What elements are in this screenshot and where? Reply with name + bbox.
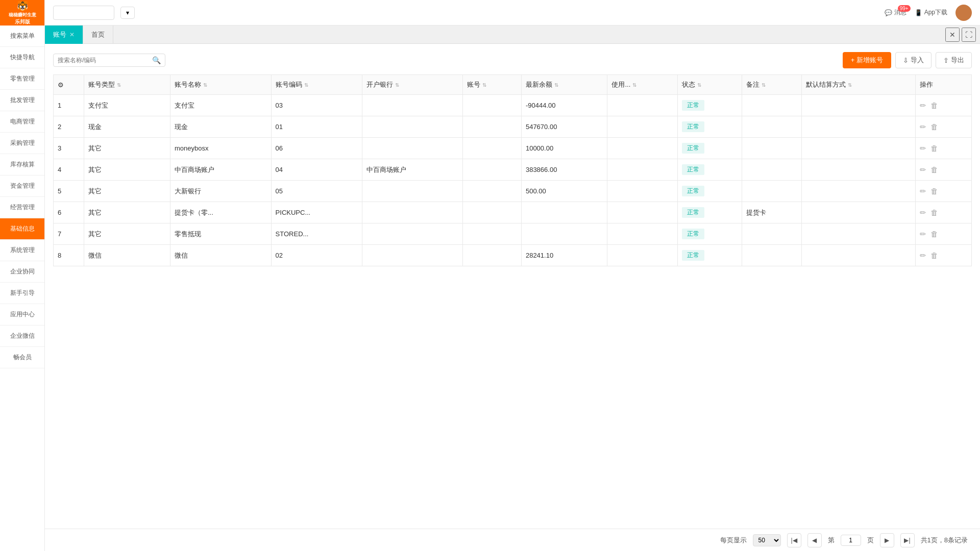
app-download-button[interactable]: 📱 App下载 xyxy=(915,8,947,17)
sidebar-item-quick-nav[interactable]: 快捷导航 xyxy=(0,47,44,68)
first-page-button[interactable]: |◀ xyxy=(787,533,801,547)
row-default-settle xyxy=(801,138,915,159)
sidebar-item-vip-member[interactable]: 畅会员 xyxy=(0,347,44,368)
row-balance: 383866.00 xyxy=(521,159,607,181)
top-search-input[interactable] xyxy=(53,6,114,20)
row-type: 其它 xyxy=(84,159,170,181)
export-button[interactable]: ⇧ 导出 xyxy=(936,52,972,68)
search-box[interactable]: 🔍 xyxy=(53,54,165,67)
table-row: 8微信微信0228241.10正常✏🗑 xyxy=(54,245,972,266)
col-header-account_no[interactable]: 账号⇅ xyxy=(463,75,521,95)
edit-button[interactable]: ✏ xyxy=(920,101,926,110)
col-header-status[interactable]: 状态⇅ xyxy=(677,75,742,95)
tab-home[interactable]: 首页 xyxy=(83,26,113,44)
sidebar-item-retail-mgmt[interactable]: 零售管理 xyxy=(0,68,44,90)
row-usage xyxy=(607,159,677,181)
edit-button[interactable]: ✏ xyxy=(920,251,926,260)
status-badge: 正常 xyxy=(682,207,704,218)
delete-button[interactable]: 🗑 xyxy=(930,101,938,110)
sidebar-item-operations-mgmt[interactable]: 经营管理 xyxy=(0,197,44,218)
sidebar-item-inventory[interactable]: 库存核算 xyxy=(0,154,44,176)
sidebar-item-search-menu[interactable]: 搜索菜单 xyxy=(0,26,44,47)
sidebar-item-purchase-mgmt[interactable]: 采购管理 xyxy=(0,133,44,154)
avatar[interactable] xyxy=(955,5,972,21)
sidebar-item-ecommerce-mgmt[interactable]: 电商管理 xyxy=(0,111,44,133)
per-page-select[interactable]: 50 100 200 xyxy=(753,534,781,546)
row-account xyxy=(463,159,521,181)
app-icon: 📱 xyxy=(915,9,922,16)
row-no: 1 xyxy=(54,95,84,116)
search-icon[interactable]: 🔍 xyxy=(152,56,161,64)
delete-button[interactable]: 🗑 xyxy=(930,144,938,153)
sidebar-nav: 搜索菜单快捷导航零售管理批发管理电商管理采购管理库存核算资金管理经营管理基础信息… xyxy=(0,26,44,551)
col-header-balance[interactable]: 最新余额⇅ xyxy=(521,75,607,95)
total-label: 共1页，8条记录 xyxy=(921,536,968,545)
delete-button[interactable]: 🗑 xyxy=(930,122,938,131)
col-header-usage[interactable]: 使用...⇅ xyxy=(607,75,677,95)
next-page-button[interactable]: ▶ xyxy=(880,533,894,547)
sidebar-item-finance-mgmt[interactable]: 资金管理 xyxy=(0,176,44,197)
delete-button[interactable]: 🗑 xyxy=(930,251,938,260)
edit-button[interactable]: ✏ xyxy=(920,165,926,174)
edit-button[interactable]: ✏ xyxy=(920,230,926,239)
row-bank xyxy=(362,223,463,245)
col-header-note[interactable]: 备注⇅ xyxy=(742,75,802,95)
row-note xyxy=(742,159,802,181)
tab-close-account[interactable]: ✕ xyxy=(69,31,75,38)
import-button[interactable]: ⇩ 导入 xyxy=(895,52,932,68)
row-name: moneybosx xyxy=(170,138,271,159)
edit-button[interactable]: ✏ xyxy=(920,208,926,217)
dropdown-button[interactable]: ▾ xyxy=(120,7,135,19)
sidebar-item-system-mgmt[interactable]: 系统管理 xyxy=(0,240,44,261)
sidebar-item-new-guide[interactable]: 新手引导 xyxy=(0,283,44,304)
action-buttons: ✏🗑 xyxy=(920,208,967,217)
sidebar-logo: 🐯 稳稳赚时生意 乐邦版 xyxy=(0,0,44,26)
action-buttons: ✏🗑 xyxy=(920,251,967,260)
row-action: ✏🗑 xyxy=(915,181,971,202)
col-header-code[interactable]: 账号编码⇅ xyxy=(271,75,362,95)
sidebar-item-enterprise-wechat[interactable]: 企业微信 xyxy=(0,325,44,347)
edit-button[interactable]: ✏ xyxy=(920,122,926,132)
row-status: 正常 xyxy=(677,223,742,245)
status-badge: 正常 xyxy=(682,121,704,132)
delete-button[interactable]: 🗑 xyxy=(930,165,938,174)
row-usage xyxy=(607,223,677,245)
col-header-type[interactable]: 账号类型⇅ xyxy=(84,75,170,95)
accounts-table: ⚙账号类型⇅账号名称⇅账号编码⇅开户银行⇅账号⇅最新余额⇅使用...⇅状态⇅备注… xyxy=(53,74,972,266)
row-balance xyxy=(521,202,607,223)
col-header-bank[interactable]: 开户银行⇅ xyxy=(362,75,463,95)
delete-button[interactable]: 🗑 xyxy=(930,187,938,195)
col-header-name[interactable]: 账号名称⇅ xyxy=(170,75,271,95)
row-status: 正常 xyxy=(677,245,742,266)
message-button[interactable]: 💬 消息 99+ xyxy=(885,8,906,17)
tab-expand-button[interactable]: ⛶ xyxy=(962,28,976,42)
delete-button[interactable]: 🗑 xyxy=(930,208,938,217)
app-label: App下载 xyxy=(924,8,947,17)
table-row: 4其它中百商场账户04中百商场账户383866.00正常✏🗑 xyxy=(54,159,972,181)
sidebar-item-app-center[interactable]: 应用中心 xyxy=(0,304,44,325)
tab-close-all-button[interactable]: ✕ xyxy=(945,28,960,42)
col-header-default_settle[interactable]: 默认结算方式⇅ xyxy=(801,75,915,95)
add-account-label: + 新增账号 xyxy=(851,56,883,65)
last-page-button[interactable]: ▶| xyxy=(900,533,915,547)
row-note: 提货卡 xyxy=(742,202,802,223)
sidebar-item-wholesale-mgmt[interactable]: 批发管理 xyxy=(0,90,44,111)
sidebar-item-enterprise-collab[interactable]: 企业协同 xyxy=(0,261,44,283)
delete-button[interactable]: 🗑 xyxy=(930,230,938,238)
prev-page-button[interactable]: ◀ xyxy=(807,533,822,547)
row-type: 支付宝 xyxy=(84,95,170,116)
row-action: ✏🗑 xyxy=(915,116,971,138)
add-account-button[interactable]: + 新增账号 xyxy=(843,52,891,68)
search-input[interactable] xyxy=(58,57,149,64)
sort-icon-name: ⇅ xyxy=(203,82,207,88)
edit-button[interactable]: ✏ xyxy=(920,144,926,153)
tab-account[interactable]: 账号✕ xyxy=(45,26,83,44)
page-number-input[interactable] xyxy=(841,535,861,546)
action-buttons: ✏🗑 xyxy=(920,144,967,153)
row-usage xyxy=(607,181,677,202)
row-action: ✏🗑 xyxy=(915,138,971,159)
row-note xyxy=(742,181,802,202)
edit-button[interactable]: ✏ xyxy=(920,187,926,196)
table-row: 1支付宝支付宝03-90444.00正常✏🗑 xyxy=(54,95,972,116)
sidebar-item-basic-info[interactable]: 基础信息 xyxy=(0,218,44,240)
